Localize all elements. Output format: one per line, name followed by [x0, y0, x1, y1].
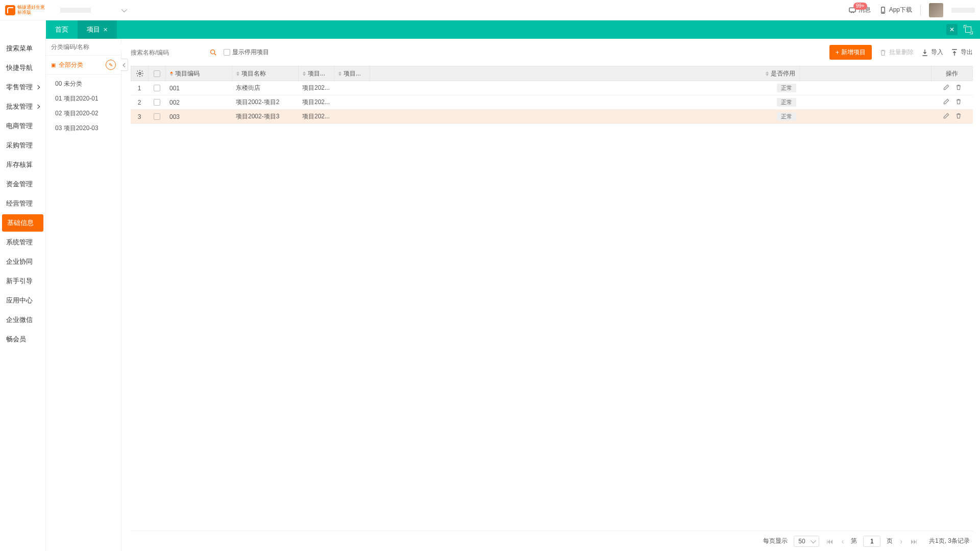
sidebar-item-label: 电商管理 — [6, 121, 33, 131]
edit-button[interactable] — [943, 98, 950, 107]
logo-line2: 标准版 — [17, 10, 45, 15]
row-checkbox[interactable] — [148, 85, 165, 91]
sidebar-item-label: 零售管理 — [6, 83, 33, 92]
main-search — [131, 46, 217, 59]
sort-icon — [236, 71, 239, 76]
sidebar-item-15[interactable]: 畅会员 — [0, 330, 45, 349]
sidebar-item-11[interactable]: 企业协同 — [0, 252, 45, 271]
sidebar-item-9[interactable]: 基础信息 — [2, 214, 43, 232]
table-row[interactable]: 3003项目2002-项目3项目202...正常 — [131, 110, 973, 124]
sidebar-item-1[interactable]: 快捷导航 — [0, 58, 45, 78]
sort-icon — [303, 71, 306, 76]
table-row[interactable]: 1001东楼街店项目202...正常 — [131, 81, 973, 95]
sidebar-item-8[interactable]: 经营管理 — [0, 194, 45, 213]
category-header[interactable]: ▣ 全部分类 ✎ — [46, 56, 121, 74]
org-selector[interactable] — [55, 6, 131, 15]
row-checkbox[interactable] — [148, 99, 165, 106]
th-ops: 操作 — [932, 66, 972, 81]
category-search-input[interactable] — [51, 43, 128, 51]
search-input[interactable] — [131, 46, 209, 59]
sidebar-item-6[interactable]: 库存核算 — [0, 155, 45, 174]
th-c4[interactable]: 项目... — [299, 66, 334, 81]
panel-collapse-button[interactable] — [121, 59, 128, 71]
batch-delete-button[interactable]: 批量删除 — [879, 48, 914, 57]
delete-button[interactable] — [955, 84, 962, 92]
page-suffix: 页 — [887, 537, 893, 545]
th-name[interactable]: 项目名称 — [232, 66, 299, 81]
cell-code: 003 — [165, 113, 232, 120]
show-disabled-checkbox[interactable]: 显示停用项目 — [224, 48, 269, 57]
category-item-3[interactable]: 03 项目2020-03 — [46, 121, 121, 136]
page-prev-button[interactable]: ‹ — [841, 537, 845, 545]
add-project-button[interactable]: + 新增项目 — [829, 45, 872, 60]
select-all-checkbox[interactable] — [149, 66, 166, 81]
toolbar: 显示停用项目 + 新增项目 批量删除 导入 — [131, 39, 973, 66]
sidebar-item-0[interactable]: 搜索菜单 — [0, 39, 45, 58]
add-label: 新增项目 — [841, 48, 866, 57]
sidebar-item-label: 系统管理 — [6, 238, 33, 247]
sidebar-item-5[interactable]: 采购管理 — [0, 136, 45, 155]
page-first-button[interactable]: ⏮ — [825, 537, 835, 545]
page-last-button[interactable]: ⏭ — [910, 537, 919, 545]
cell-code: 002 — [165, 99, 232, 106]
th-status[interactable]: 是否停用 — [370, 66, 800, 81]
category-item-2[interactable]: 02 项目2020-02 — [46, 106, 121, 121]
column-settings-button[interactable] — [131, 66, 149, 81]
messages-button[interactable]: 消息 99+ — [848, 6, 871, 14]
row-actions — [932, 112, 973, 121]
row-index: 1 — [131, 85, 148, 92]
tab-home-label: 首页 — [55, 25, 68, 34]
download-label: App下载 — [889, 6, 912, 14]
cell-c4: 项目202... — [298, 112, 334, 121]
row-index: 2 — [131, 99, 148, 106]
close-icon[interactable]: ✕ — [103, 27, 108, 33]
category-search — [46, 39, 121, 56]
sidebar-item-12[interactable]: 新手引导 — [0, 271, 45, 291]
page-next-button[interactable]: › — [899, 537, 903, 545]
sidebar-item-label: 企业微信 — [6, 315, 33, 324]
tab-project[interactable]: 项目 ✕ — [78, 20, 117, 39]
sidebar-item-label: 新手引导 — [6, 277, 33, 286]
row-index: 3 — [131, 113, 148, 120]
export-button[interactable]: 导出 — [950, 48, 973, 57]
sidebar-item-2[interactable]: 零售管理 — [0, 78, 45, 97]
plus-icon: + — [836, 49, 839, 56]
divider — [920, 5, 921, 15]
avatar[interactable] — [929, 3, 943, 17]
app-download-button[interactable]: App下载 — [879, 6, 912, 14]
fullscreen-button[interactable] — [963, 24, 974, 35]
import-button[interactable]: 导入 — [921, 48, 943, 57]
category-item-1[interactable]: 01 项目2020-01 — [46, 91, 121, 106]
sidebar-item-14[interactable]: 企业微信 — [0, 310, 45, 330]
sidebar-item-10[interactable]: 系统管理 — [0, 233, 45, 252]
sort-icon — [766, 71, 769, 76]
edit-button[interactable] — [943, 84, 950, 92]
delete-button[interactable] — [955, 98, 962, 107]
category-panel: ▣ 全部分类 ✎ 00 未分类01 项目2020-0102 项目2020-020… — [46, 39, 121, 551]
tabs-close-all-button[interactable]: ✕ — [946, 24, 958, 35]
edit-button[interactable] — [943, 112, 950, 121]
category-edit-button[interactable]: ✎ — [106, 60, 116, 70]
cell-status: 正常 — [370, 112, 800, 121]
sidebar-item-4[interactable]: 电商管理 — [0, 116, 45, 136]
row-checkbox[interactable] — [148, 113, 165, 120]
cell-c4: 项目202... — [298, 98, 334, 107]
tab-home[interactable]: 首页 — [46, 20, 78, 39]
table-body: 1001东楼街店项目202...正常2002项目2002-项目2项目202...… — [131, 81, 973, 531]
page-input[interactable] — [863, 536, 880, 547]
th-c5[interactable]: 项目... — [334, 66, 370, 81]
sidebar-item-label: 基础信息 — [7, 218, 34, 228]
cell-name: 东楼街店 — [232, 84, 298, 92]
delete-button[interactable] — [955, 112, 962, 121]
sidebar-item-13[interactable]: 应用中心 — [0, 291, 45, 310]
per-page-select[interactable]: 50 — [794, 536, 819, 547]
sidebar-item-label: 企业协同 — [6, 257, 33, 266]
th-code[interactable]: 项目编码 — [166, 66, 232, 81]
sidebar-item-3[interactable]: 批发管理 — [0, 97, 45, 116]
search-icon[interactable] — [209, 48, 217, 57]
table-row[interactable]: 2002项目2002-项目2项目202...正常 — [131, 95, 973, 110]
tabstrip: 首页 项目 ✕ ✕ — [0, 20, 980, 39]
expand-icon — [965, 27, 971, 33]
category-item-0[interactable]: 00 未分类 — [46, 77, 121, 91]
sidebar-item-7[interactable]: 资金管理 — [0, 174, 45, 194]
